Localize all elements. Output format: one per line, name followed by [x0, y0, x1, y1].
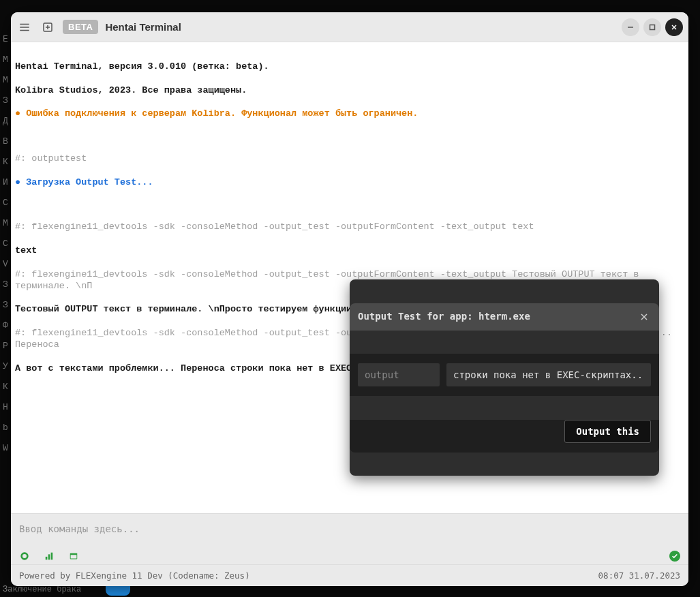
- check-icon: [671, 553, 678, 560]
- svg-point-2: [22, 553, 28, 560]
- minimize-icon: [626, 23, 635, 31]
- maximize-icon: [648, 23, 656, 31]
- footer-engine-label: Powered by FLEXengine 11 Dev (Codename: …: [19, 570, 250, 581]
- terminal-info-line: ● Загрузка Output Test...: [15, 177, 684, 188]
- command-input[interactable]: [19, 523, 680, 534]
- status-indicator-1[interactable]: [19, 551, 30, 562]
- plus-square-icon: [42, 21, 54, 33]
- svg-rect-3: [46, 557, 48, 560]
- dialog-titlebar: Output Test for app: hterm.exe: [350, 303, 659, 331]
- new-tab-button[interactable]: [40, 19, 56, 35]
- terminal-line: Hentai Terminal, версия 3.0.010 (ветка: …: [15, 61, 684, 72]
- close-icon: [640, 313, 648, 321]
- dialog-output-type-input[interactable]: [358, 363, 440, 386]
- menu-button[interactable]: [16, 19, 33, 35]
- maximize-button[interactable]: [643, 18, 661, 36]
- output-this-button[interactable]: Output this: [564, 420, 651, 443]
- bars-icon: [44, 551, 54, 561]
- footer-datetime: 08:07 31.07.2023: [598, 570, 680, 581]
- svg-rect-1: [650, 25, 655, 29]
- close-icon: [670, 23, 678, 31]
- minimize-button[interactable]: [622, 18, 639, 36]
- svg-rect-4: [48, 554, 50, 560]
- terminal-line: text: [15, 245, 684, 256]
- command-input-area: [11, 513, 688, 545]
- status-indicator-3[interactable]: [68, 551, 79, 562]
- terminal-window: BETA Hentai Terminal Hentai Terminal, ве…: [11, 12, 688, 586]
- dialog-title: Output Test for app: hterm.exe: [358, 311, 530, 323]
- output-test-dialog: Output Test for app: hterm.exe Output th…: [350, 279, 659, 476]
- status-ok-indicator: [669, 551, 680, 562]
- titlebar: BETA Hentai Terminal: [11, 12, 688, 42]
- circle-icon: [20, 551, 29, 561]
- terminal-line: Kolibra Studios, 2023. Все права защищен…: [15, 85, 684, 96]
- terminal-error-line: ● Ошибка подключения к серверам Kolibra.…: [15, 108, 684, 119]
- terminal-prompt-line: #: outputtest: [15, 153, 684, 164]
- window-icon: [69, 551, 78, 561]
- status-indicator-2[interactable]: [44, 551, 55, 562]
- terminal-prompt-line: #: flexengine11_devtools -sdk -consoleMe…: [15, 221, 684, 232]
- footer: Powered by FLEXengine 11 Dev (Codename: …: [11, 564, 688, 586]
- status-bar: [11, 545, 688, 564]
- svg-rect-5: [51, 553, 53, 560]
- dialog-close-button[interactable]: [637, 310, 651, 324]
- terminal-output: Hentai Terminal, версия 3.0.010 (ветка: …: [11, 42, 688, 513]
- hamburger-icon: [18, 21, 31, 33]
- beta-badge: BETA: [63, 20, 98, 34]
- dialog-text-input[interactable]: [446, 363, 651, 386]
- svg-rect-7: [71, 555, 77, 558]
- app-title: Hentai Terminal: [105, 21, 181, 33]
- close-button[interactable]: [665, 18, 683, 36]
